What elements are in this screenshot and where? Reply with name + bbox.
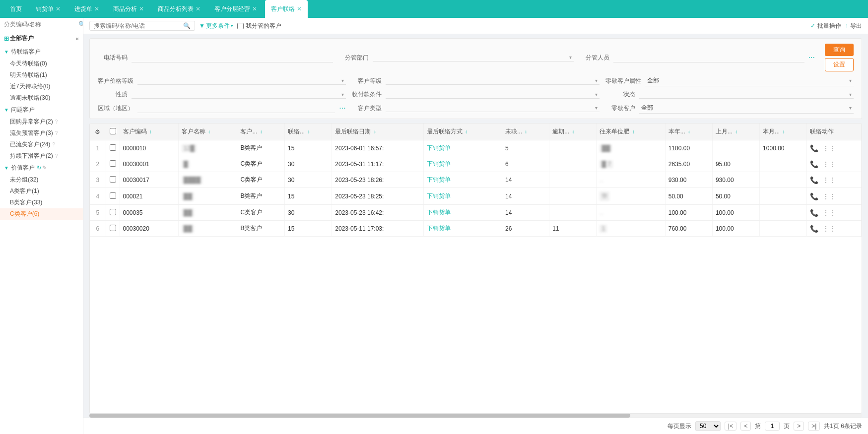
search-input[interactable] [94, 22, 183, 29]
nav-close-sales[interactable]: ✕ [56, 5, 61, 12]
sidebar-item-churned[interactable]: 已流失客户(24) ? [0, 139, 83, 150]
col-gear[interactable]: ⚙ [90, 124, 106, 140]
col-last-method[interactable]: 最后联络方式 ↕ [423, 124, 502, 140]
sidebar-item-class-b[interactable]: B类客户(33) [0, 197, 83, 208]
sidebar-all-customers[interactable]: ⊞ 全部客户 « [0, 31, 83, 46]
sidebar-item-class-c[interactable]: C类客户(6) [0, 208, 83, 220]
sidebar-item-repurchase-anomaly[interactable]: 回购异常客户(2) ? [0, 116, 83, 127]
manager-input[interactable] [613, 53, 804, 62]
nav-item-analysis-list[interactable]: 商品分析列表 ✕ [152, 0, 206, 18]
row-checkbox[interactable] [106, 188, 120, 205]
row-checkbox[interactable] [106, 172, 120, 188]
my-customers-checkbox[interactable] [237, 23, 244, 29]
col-last-month[interactable]: 上月... ↕ [712, 124, 759, 140]
scroll-thumb[interactable] [89, 414, 630, 418]
sidebar-search-input[interactable] [4, 21, 78, 28]
more-action-icon[interactable]: ⋮⋮ [822, 160, 836, 168]
more-action-icon[interactable]: ⋮⋮ [822, 176, 836, 184]
row-last-method[interactable]: 下销货单 [423, 140, 502, 156]
more-action-icon[interactable]: ⋮⋮ [822, 209, 836, 217]
edit-icon[interactable]: ✎ [42, 165, 47, 171]
gear-settings-icon[interactable]: ⚙ [95, 128, 100, 135]
nature-select[interactable]: ▾ [132, 91, 346, 99]
sidebar-item-today[interactable]: 今天待联络(0) [0, 58, 83, 69]
col-this-month[interactable]: 本月... ↕ [760, 124, 807, 140]
sidebar-item-tomorrow[interactable]: 明天待联络(1) [0, 69, 83, 81]
next-page-btn[interactable]: > [794, 422, 804, 431]
row-checkbox[interactable] [106, 205, 120, 221]
retail-attr-select[interactable]: 全部 ▾ [645, 75, 854, 86]
contact-icon[interactable]: 📞 [810, 144, 818, 152]
refresh-icon[interactable]: ↻ [37, 165, 41, 171]
col-type[interactable]: 客户... ↕ [237, 124, 285, 140]
sidebar-group-problem[interactable]: ▼ 问题客户 [0, 104, 83, 116]
last-page-btn[interactable]: >| [808, 422, 820, 431]
col-contact[interactable]: 联络... ↕ [285, 124, 332, 140]
nav-item-customer-tier[interactable]: 客户分层经营 ✕ [208, 0, 263, 18]
page-size-select[interactable]: 50 100 200 [695, 421, 721, 431]
nav-item-sales[interactable]: 销货单 ✕ [30, 0, 67, 18]
col-transaction[interactable]: 往来单位肥 ↕ [597, 124, 665, 140]
dept-select[interactable]: ▾ [373, 54, 574, 62]
nav-close-analysis[interactable]: ✕ [139, 5, 144, 12]
nav-close-analysis-list[interactable]: ✕ [196, 5, 200, 12]
row-last-method[interactable]: 下销货单 [423, 205, 502, 221]
nav-item-purchase[interactable]: 进货单 ✕ [68, 0, 105, 18]
contact-icon[interactable]: 📞 [810, 160, 818, 168]
col-this-year[interactable]: 本年... ↕ [665, 124, 712, 140]
select-all-checkbox[interactable] [110, 128, 116, 134]
status-select[interactable]: ▾ [639, 91, 854, 99]
col-checkbox[interactable] [106, 124, 120, 140]
sidebar-item-ungrouped[interactable]: 未分组(32) [0, 174, 83, 186]
row-checkbox[interactable] [106, 156, 120, 172]
more-action-icon[interactable]: ⋮⋮ [822, 225, 836, 233]
phone-input[interactable] [132, 53, 333, 62]
row-last-method[interactable]: 下销货单 [423, 156, 502, 172]
nav-item-customer-contact[interactable]: 客户联络 ✕ [265, 0, 308, 18]
nav-item-analysis[interactable]: 商品分析 ✕ [107, 0, 150, 18]
customer-level-select[interactable]: ▾ [386, 77, 600, 85]
row-last-method[interactable]: 下销货单 [423, 221, 502, 237]
payment-select[interactable]: ▾ [386, 91, 600, 99]
horizontal-scrollbar[interactable] [89, 414, 862, 418]
sidebar-item-churn-warning[interactable]: 流失预警客户(3) ? [0, 127, 83, 139]
contact-icon[interactable]: 📞 [810, 209, 818, 217]
contact-icon[interactable]: 📞 [810, 176, 818, 184]
prev-page-btn[interactable]: < [740, 422, 751, 431]
contact-icon[interactable]: 📞 [810, 225, 818, 233]
col-last-date[interactable]: 最后联络日期 ↕ [332, 124, 423, 140]
batch-btn[interactable]: ✓ 批量操作 [810, 22, 841, 30]
nav-close-purchase[interactable]: ✕ [94, 5, 99, 12]
row-last-method[interactable]: 下销货单 [423, 188, 502, 205]
col-name[interactable]: 客户名称 ↕ [178, 124, 237, 140]
more-conditions-btn[interactable]: ▼ 更多条件 ▾ [199, 22, 233, 30]
sidebar-search-icon[interactable]: 🔍 [78, 21, 83, 28]
export-btn[interactable]: ↑ 导出 [845, 22, 862, 30]
sidebar-group-value[interactable]: ▼ 价值客户 ↻ ✎ [0, 162, 83, 174]
query-button[interactable]: 查询 [825, 44, 854, 56]
row-checkbox[interactable] [106, 140, 120, 156]
nav-item-home[interactable]: 首页 [4, 0, 28, 18]
value-level-select[interactable]: ▾ [137, 77, 346, 85]
more-action-icon[interactable]: ⋮⋮ [822, 144, 836, 152]
col-code[interactable]: 客户编码 ↕ [120, 124, 178, 140]
row-checkbox[interactable] [106, 221, 120, 237]
search-icon[interactable]: 🔍 [183, 22, 191, 29]
sidebar-item-declining[interactable]: 持续下滑客户(2) ? [0, 150, 83, 162]
col-uncontact[interactable]: 未联... ↕ [502, 124, 549, 140]
my-customers-toggle[interactable]: 我分管的客户 [237, 22, 281, 30]
first-page-btn[interactable]: |< [725, 422, 736, 431]
sidebar-group-pending[interactable]: ▼ 待联络客户 [0, 46, 83, 58]
sidebar-item-overdue[interactable]: 逾期未联络(30) [0, 92, 83, 104]
retail-customer-select[interactable]: 全部 ▾ [639, 103, 854, 114]
settings-button[interactable]: 设置 [825, 58, 854, 71]
customer-type-select[interactable]: ▾ [386, 104, 600, 112]
more-action-icon[interactable]: ⋮⋮ [822, 192, 836, 200]
col-overdue[interactable]: 逾期... ↕ [549, 124, 597, 140]
contact-icon[interactable]: 📞 [810, 192, 818, 200]
area-input[interactable] [137, 104, 335, 113]
nav-close-customer-tier[interactable]: ✕ [252, 5, 257, 12]
manager-more-icon[interactable]: ··· [808, 54, 815, 62]
nav-close-customer-contact[interactable]: ✕ [297, 5, 302, 12]
row-last-method[interactable]: 下销货单 [423, 172, 502, 188]
